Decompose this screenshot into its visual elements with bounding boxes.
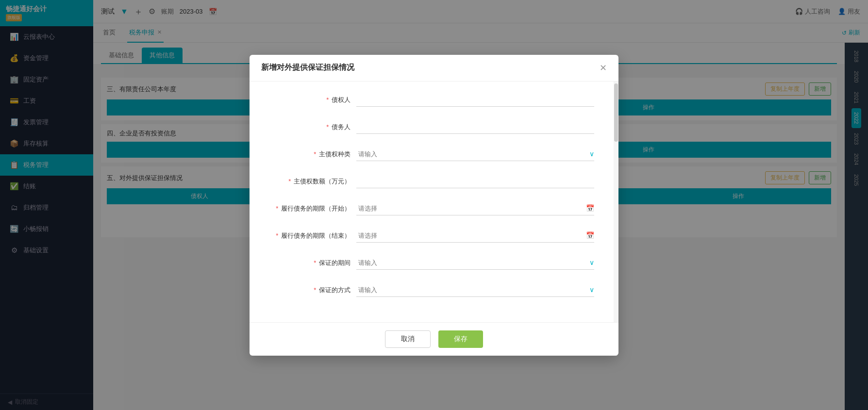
period-start-calendar-icon[interactable]: 📅 (586, 204, 594, 212)
period-end-input[interactable] (356, 229, 586, 242)
period-end-label: * 履行债务的期限（结束） (269, 231, 356, 240)
modal-scroll-thumb (614, 83, 618, 142)
creditor-input[interactable] (356, 93, 594, 107)
debt-amount-label: * 主债权数额（万元） (269, 177, 356, 186)
modal-title: 新增对外提供保证担保情况 (261, 63, 354, 73)
modal: 新增对外提供保证担保情况 ✕ * 债权人 * 债务人 (250, 55, 618, 356)
modal-scrollbar[interactable] (614, 82, 618, 322)
form-row-period-end: * 履行债务的期限（结束） 📅 (269, 229, 594, 243)
modal-footer: 取消 保存 (250, 322, 618, 356)
creditor-label-text: 债权人 (332, 96, 351, 103)
period-start-label-text: 履行债务的期限（开始） (281, 205, 351, 212)
guarantee-period-chevron-icon[interactable]: ∨ (589, 259, 594, 266)
modal-header: 新增对外提供保证担保情况 ✕ (250, 55, 618, 82)
debt-type-input[interactable] (356, 148, 587, 161)
debt-type-label-text: 主债权种类 (319, 150, 351, 158)
period-start-label: * 履行债务的期限（开始） (269, 204, 356, 213)
debt-type-label: * 主债权种类 (269, 150, 356, 159)
debt-amount-label-text: 主债权数额（万元） (294, 178, 351, 185)
period-end-date[interactable]: 📅 (356, 229, 594, 243)
form-row-debtor: * 债务人 (269, 120, 594, 134)
guarantee-method-required-mark: * (314, 286, 316, 294)
form-row-period-start: * 履行债务的期限（开始） 📅 (269, 202, 594, 215)
modal-overlay[interactable]: 新增对外提供保证担保情况 ✕ * 债权人 * 债务人 (0, 0, 868, 410)
debt-type-chevron-icon[interactable]: ∨ (589, 150, 594, 158)
period-start-input[interactable] (356, 202, 586, 215)
debtor-label: * 债务人 (269, 123, 356, 131)
guarantee-method-input[interactable] (356, 283, 587, 296)
period-start-date[interactable]: 📅 (356, 202, 594, 215)
debt-amount-input[interactable] (356, 175, 594, 188)
modal-body-wrapper: * 债权人 * 债务人 * 主债权种类 (250, 82, 618, 322)
debt-type-select[interactable]: ∨ (356, 148, 594, 161)
guarantee-method-label: * 保证的方式 (269, 286, 356, 295)
period-end-calendar-icon[interactable]: 📅 (586, 231, 594, 239)
period-start-required-mark: * (276, 205, 278, 212)
guarantee-period-input[interactable] (356, 256, 587, 269)
guarantee-method-chevron-icon[interactable]: ∨ (589, 286, 594, 294)
guarantee-method-label-text: 保证的方式 (319, 286, 351, 294)
guarantee-period-label: * 保证的期间 (269, 259, 356, 267)
form-row-debt-amount: * 主债权数额（万元） (269, 175, 594, 188)
guarantee-period-select[interactable]: ∨ (356, 256, 594, 270)
period-end-label-text: 履行债务的期限（结束） (281, 232, 351, 239)
guarantee-period-required-mark: * (314, 259, 316, 266)
creditor-required-mark: * (326, 96, 329, 103)
form-row-creditor: * 债权人 (269, 93, 594, 107)
modal-close-button[interactable]: ✕ (600, 63, 607, 73)
guarantee-period-label-text: 保证的期间 (319, 259, 351, 266)
debtor-label-text: 债务人 (332, 123, 351, 131)
debtor-input[interactable] (356, 120, 594, 134)
form-row-guarantee-method: * 保证的方式 ∨ (269, 283, 594, 297)
debt-amount-required-mark: * (288, 178, 291, 185)
cancel-button[interactable]: 取消 (385, 330, 431, 348)
debtor-required-mark: * (326, 123, 329, 131)
creditor-label: * 债权人 (269, 96, 356, 104)
form-row-guarantee-period: * 保证的期间 ∨ (269, 256, 594, 270)
period-end-required-mark: * (276, 232, 278, 239)
guarantee-method-select[interactable]: ∨ (356, 283, 594, 297)
save-button[interactable]: 保存 (438, 330, 483, 348)
form-row-debt-type: * 主债权种类 ∨ (269, 148, 594, 161)
debt-type-required-mark: * (314, 150, 316, 158)
modal-body: * 债权人 * 债务人 * 主债权种类 (250, 82, 614, 322)
